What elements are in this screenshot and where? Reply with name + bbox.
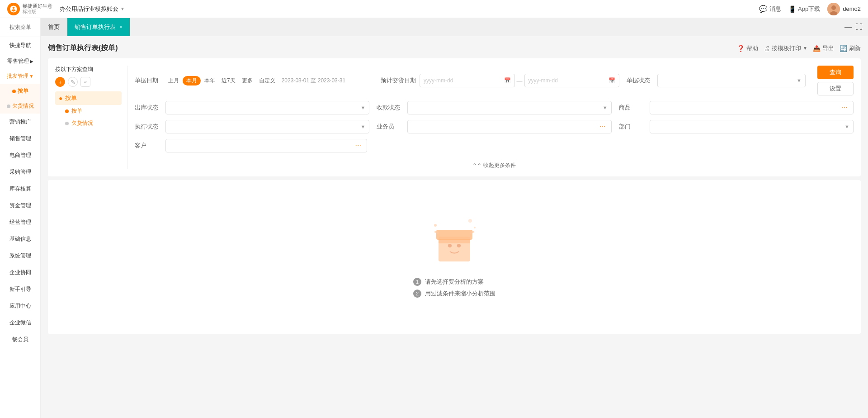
inactive-indicator: [7, 104, 10, 108]
filter-date-field: 单据日期 上月 本月 本年 近7天 更多 自定义: [135, 76, 373, 86]
sidebar-item-sales[interactable]: 销售管理: [0, 130, 40, 147]
svg-rect-5: [439, 239, 470, 243]
date-sep: —: [517, 77, 523, 84]
filter-layout: 按以下方案查询 + ✎ « ● 按单: [55, 66, 854, 169]
sidebar-item-ecommerce[interactable]: 电商管理: [0, 147, 40, 164]
hint-num-1: 1: [413, 278, 421, 286]
page-title: 销售订单执行表(按单): [48, 43, 118, 53]
filter-row-3: 执行状态 ▼ 业务员 ···: [135, 120, 854, 133]
chevron-right-icon: ▶: [30, 59, 33, 64]
scheme-sub-按单[interactable]: 按单: [55, 105, 122, 117]
sidebar-item-system[interactable]: 系统管理: [0, 247, 40, 264]
date-tab-近7天[interactable]: 近7天: [219, 76, 238, 86]
filter-exec-field: 执行状态 ▼: [135, 120, 369, 133]
tab-close-btn[interactable]: ×: [119, 24, 123, 30]
date-tab-自定义[interactable]: 自定义: [256, 76, 278, 86]
refresh-btn[interactable]: 🔄 刷新: [840, 44, 861, 52]
collapse-more-btn[interactable]: ⌃⌃ 收起更多条件: [135, 158, 854, 169]
message-icon: 💬: [759, 5, 768, 13]
svg-point-7: [474, 227, 476, 228]
settings-btn[interactable]: 设置: [817, 82, 854, 95]
sidebar-item-quick-nav[interactable]: 快捷导航: [0, 37, 40, 54]
scheme-active-icon: ●: [59, 95, 62, 102]
filter-row-4: 客户 ···: [135, 139, 854, 152]
expected-date-start[interactable]: yyyy-mm-dd 📅: [420, 74, 515, 87]
collapse-up-icon: ⌃⌃: [472, 162, 481, 169]
sidebar-item-finance[interactable]: 资金管理: [0, 197, 40, 214]
svg-point-8: [468, 219, 472, 223]
page-actions: ❓ 帮助 🖨 按模板打印 ▼ 📤 导出 🔄 刷新: [737, 44, 861, 52]
exec-select[interactable]: ▼: [165, 120, 369, 133]
edit-scheme-btn[interactable]: ✎: [68, 77, 78, 87]
date-tab-上月[interactable]: 上月: [165, 76, 182, 86]
sidebar-item-operation[interactable]: 经营管理: [0, 214, 40, 231]
salesperson-select[interactable]: ···: [407, 120, 611, 133]
print-btn[interactable]: 🖨 按模板打印 ▼: [764, 44, 807, 52]
page-header: 销售订单执行表(按单) ❓ 帮助 🖨 按模板打印 ▼ 📤 导出: [48, 43, 861, 53]
add-scheme-btn[interactable]: +: [55, 77, 65, 87]
user-area[interactable]: demo2: [827, 3, 861, 15]
sidebar-item-wholesale[interactable]: 批发管理 ▼: [0, 69, 40, 84]
filter-scheme-panel: 按以下方案查询 + ✎ « ● 按单: [55, 66, 127, 169]
goods-label: 商品: [619, 104, 646, 112]
message-btn[interactable]: 💬 消息: [759, 5, 781, 13]
sidebar-item-purchase[interactable]: 采购管理: [0, 164, 40, 180]
sidebar-item-inventory[interactable]: 库存核算: [0, 180, 40, 197]
filter-status-field: 单据状态 ▼: [627, 74, 806, 87]
logo-area: 畅捷通好生意 标准版: [7, 3, 52, 15]
customer-more-icon[interactable]: ···: [354, 142, 363, 150]
receipt-label: 收款状态: [377, 104, 404, 112]
scheme-item-按单[interactable]: ● 按单: [55, 91, 122, 105]
collapse-scheme-btn[interactable]: «: [80, 77, 90, 87]
query-btn[interactable]: 查询: [817, 66, 854, 79]
customer-select[interactable]: ···: [165, 139, 367, 152]
tab-home[interactable]: 首页: [41, 18, 67, 36]
filter-dept-field: 部门 ▼: [619, 120, 854, 133]
top-bar: 畅捷通好生意 标准版 办公用品行业模拟账套 ▼ 💬 消息 📱 App下载: [0, 0, 868, 18]
receipt-select[interactable]: ▼: [407, 101, 611, 114]
empty-state: 1 请先选择要分析的方案 2 用过滤条件来缩小分析范围: [48, 180, 861, 334]
goods-select[interactable]: ···: [650, 101, 854, 114]
expected-date-label: 预计交货日期: [381, 76, 416, 85]
goods-more-icon[interactable]: ···: [840, 104, 849, 112]
search-menu-btn[interactable]: 搜索菜单: [4, 22, 37, 33]
chevron-down-icon4: ▼: [360, 105, 365, 110]
salesperson-more-icon[interactable]: ···: [598, 123, 607, 131]
help-btn[interactable]: ❓ 帮助: [737, 44, 758, 52]
sidebar-item-membership[interactable]: 畅会员: [0, 331, 40, 348]
sidebar-item-corpwechat[interactable]: 企业微信: [0, 314, 40, 331]
sidebar-item-basic[interactable]: 基础信息: [0, 231, 40, 247]
sidebar-item-appcenter[interactable]: 应用中心: [0, 298, 40, 314]
warehouse-select[interactable]: ▼: [165, 101, 369, 114]
sidebar-item-enterprise[interactable]: 企业协同: [0, 264, 40, 281]
app-download-btn[interactable]: 📱 App下载: [788, 5, 820, 13]
maximize-icon[interactable]: ⛶: [855, 23, 863, 31]
tab-bar: 首页 销售订单执行表 × — ⛶: [41, 18, 868, 36]
sidebar-sub-item-order[interactable]: 按单: [0, 84, 40, 99]
sidebar-item-marketing[interactable]: 营销推广: [0, 114, 40, 130]
date-tab-本月[interactable]: 本月: [183, 76, 201, 86]
main-layout: 搜索菜单 快捷导航 零售管理 ▶ 批发管理 ▼ 按单 欠货情况: [0, 18, 868, 418]
svg-point-10: [457, 244, 461, 247]
minimize-icon[interactable]: —: [844, 23, 852, 31]
dept-label: 部门: [619, 123, 646, 131]
export-btn[interactable]: 📤 导出: [813, 44, 834, 52]
scheme-actions: + ✎ «: [55, 77, 122, 87]
dept-select[interactable]: ▼: [650, 120, 854, 133]
filter-warehouse-field: 出库状态 ▼: [135, 101, 369, 114]
status-select[interactable]: ▼: [657, 74, 806, 87]
scheme-sub-欠货情况[interactable]: 欠货情况: [55, 117, 122, 129]
tab-sales-exec[interactable]: 销售订单执行表 ×: [67, 18, 130, 36]
chevron-down-icon3: ▼: [797, 78, 802, 83]
date-tab-本年[interactable]: 本年: [202, 76, 218, 86]
status-label: 单据状态: [627, 76, 654, 85]
scheme-title: 按以下方案查询: [55, 66, 122, 73]
svg-point-6: [434, 224, 437, 227]
system-selector[interactable]: 办公用品行业模拟账套 ▼: [56, 3, 128, 15]
filter-fields: 单据日期 上月 本月 本年 近7天 更多 自定义: [127, 66, 854, 169]
sidebar-item-retail[interactable]: 零售管理 ▶: [0, 54, 40, 69]
sidebar-item-newuser[interactable]: 新手引导: [0, 281, 40, 298]
expected-date-end[interactable]: yyyy-mm-dd 📅: [524, 74, 620, 87]
sidebar-sub-item-debt[interactable]: 欠货情况: [0, 99, 40, 114]
date-tab-更多[interactable]: 更多: [239, 76, 255, 86]
